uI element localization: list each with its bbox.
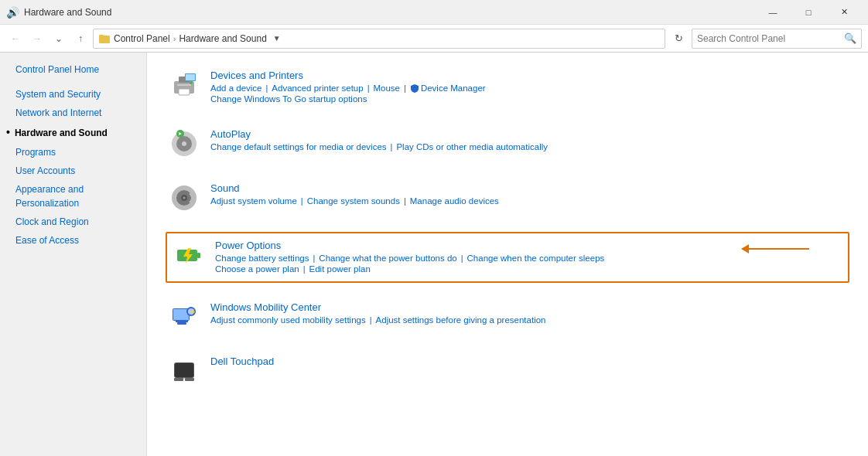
svg-rect-23 xyxy=(176,321,188,322)
autoplay-links: Change default settings for media or dev… xyxy=(210,142,846,151)
autoplay-icon xyxy=(169,128,200,159)
link-presentation-settings[interactable]: Adjust settings before giving a presenta… xyxy=(376,315,546,325)
search-icon[interactable]: 🔍 xyxy=(844,32,856,44)
sidebar-item-clock-region[interactable]: Clock and Region xyxy=(0,213,146,231)
svg-rect-29 xyxy=(175,363,193,377)
link-windows-to-go[interactable]: Change Windows To Go startup options xyxy=(210,94,367,104)
recent-locations-button[interactable]: ⌄ xyxy=(50,29,68,48)
section-windows-mobility: ⚡ Windows Mobility Center Adjust commonl… xyxy=(166,297,849,337)
sidebar-item-user-accounts[interactable]: User Accounts xyxy=(0,162,146,180)
windows-mobility-icon: ⚡ xyxy=(169,301,200,332)
section-dell-touchpad: Dell Touchpad xyxy=(166,351,849,391)
sidebar: Control Panel Home System and Security N… xyxy=(0,53,147,456)
sidebar-item-appearance[interactable]: Appearance andPersonalization xyxy=(0,180,146,213)
link-advanced-printer[interactable]: Advanced printer setup xyxy=(272,83,363,93)
svg-rect-8 xyxy=(186,74,195,80)
power-options-icon xyxy=(173,240,204,271)
address-dropdown-button[interactable]: ▼ xyxy=(270,29,284,49)
section-autoplay: AutoPlay Change default settings for med… xyxy=(166,124,849,164)
devices-printers-links-2: Change Windows To Go startup options xyxy=(210,94,846,104)
svg-rect-30 xyxy=(174,378,183,381)
svg-rect-22 xyxy=(173,309,189,320)
dell-touchpad-title[interactable]: Dell Touchpad xyxy=(210,356,846,367)
sound-title[interactable]: Sound xyxy=(210,182,846,194)
devices-printers-links-1: Add a device | Advanced printer setup | … xyxy=(210,83,846,93)
forward-button[interactable]: → xyxy=(28,29,46,48)
sidebar-item-hardware-sound[interactable]: Hardware and Sound xyxy=(0,122,146,143)
dell-touchpad-content: Dell Touchpad xyxy=(210,356,846,386)
windows-mobility-title[interactable]: Windows Mobility Center xyxy=(210,301,846,313)
devices-printers-title[interactable]: Devices and Printers xyxy=(210,70,846,81)
folder-icon xyxy=(98,32,111,45)
autoplay-content: AutoPlay Change default settings for med… xyxy=(210,128,846,159)
maximize-button[interactable]: □ xyxy=(791,0,826,25)
sidebar-item-ease-of-access[interactable]: Ease of Access xyxy=(0,231,146,250)
link-default-media[interactable]: Change default settings for media or dev… xyxy=(210,142,387,151)
svg-rect-1 xyxy=(99,35,104,37)
title-bar-left: 🔊 Hardware and Sound xyxy=(6,6,111,19)
minimize-button[interactable]: — xyxy=(755,0,791,25)
shield-icon xyxy=(410,83,419,93)
link-play-cds[interactable]: Play CDs or other media automatically xyxy=(396,142,548,151)
link-power-plan[interactable]: Choose a power plan xyxy=(215,264,299,274)
dell-touchpad-icon xyxy=(169,356,200,386)
sound-links: Adjust system volume | Change system sou… xyxy=(210,196,846,206)
search-input[interactable] xyxy=(697,33,841,44)
breadcrumb-separator-1: › xyxy=(173,34,176,43)
sound-icon xyxy=(169,182,200,213)
svg-point-6 xyxy=(190,81,193,84)
section-devices-printers: Devices and Printers Add a device | Adva… xyxy=(166,65,849,110)
breadcrumb-control-panel[interactable]: Control Panel xyxy=(114,33,170,44)
link-computer-sleeps[interactable]: Change when the computer sleeps xyxy=(467,254,605,263)
link-system-sounds[interactable]: Change system sounds xyxy=(307,196,400,206)
svg-rect-31 xyxy=(185,378,194,381)
link-device-manager[interactable]: Device Manager xyxy=(421,83,486,93)
section-power-options: Power Options Change battery settings | … xyxy=(166,232,849,283)
power-options-links-1: Change battery settings | Change what th… xyxy=(215,254,842,263)
section-sound: Sound Adjust system volume | Change syst… xyxy=(166,178,849,218)
title-bar: 🔊 Hardware and Sound — □ ✕ xyxy=(0,0,868,25)
search-box: 🔍 xyxy=(692,29,862,49)
svg-rect-5 xyxy=(179,89,190,95)
address-bar: ← → ⌄ ↑ Control Panel › Hardware and Sou… xyxy=(0,25,868,53)
sidebar-item-control-panel-home[interactable]: Control Panel Home xyxy=(0,60,146,79)
breadcrumb-hardware-sound[interactable]: Hardware and Sound xyxy=(179,33,266,44)
svg-rect-19 xyxy=(197,253,200,258)
sidebar-item-programs[interactable]: Programs xyxy=(0,143,146,162)
close-button[interactable]: ✕ xyxy=(826,0,862,25)
address-path: Control Panel › Hardware and Sound ▼ xyxy=(93,29,665,49)
link-battery-settings[interactable]: Change battery settings xyxy=(215,254,309,263)
back-button[interactable]: ← xyxy=(6,29,25,48)
devices-printers-icon xyxy=(169,70,200,100)
link-manage-audio[interactable]: Manage audio devices xyxy=(410,196,499,206)
link-add-device[interactable]: Add a device xyxy=(210,83,262,93)
svg-rect-3 xyxy=(177,84,191,86)
arrow-line xyxy=(747,248,809,250)
svg-text:⚡: ⚡ xyxy=(190,308,196,315)
refresh-button[interactable]: ↻ xyxy=(668,29,689,49)
windows-mobility-content: Windows Mobility Center Adjust commonly … xyxy=(210,301,846,332)
link-mobility-settings[interactable]: Adjust commonly used mobility settings xyxy=(210,315,366,325)
svg-point-11 xyxy=(182,141,186,146)
link-power-buttons[interactable]: Change what the power buttons do xyxy=(319,254,456,263)
up-button[interactable]: ↑ xyxy=(71,29,90,48)
link-edit-power-plan[interactable]: Edit power plan xyxy=(309,264,371,274)
sound-content: Sound Adjust system volume | Change syst… xyxy=(210,182,846,213)
content-area: Devices and Printers Add a device | Adva… xyxy=(147,53,868,456)
autoplay-title[interactable]: AutoPlay xyxy=(210,128,846,140)
power-options-links-2: Choose a power plan | Edit power plan xyxy=(215,264,842,274)
svg-point-17 xyxy=(183,197,186,199)
title-bar-controls: — □ ✕ xyxy=(755,0,862,25)
app-icon: 🔊 xyxy=(6,6,19,19)
sidebar-item-network-internet[interactable]: Network and Internet xyxy=(0,104,146,122)
main-container: Control Panel Home System and Security N… xyxy=(0,53,868,456)
link-adjust-volume[interactable]: Adjust system volume xyxy=(210,196,297,206)
arrow-annotation xyxy=(741,244,809,254)
windows-mobility-links: Adjust commonly used mobility settings |… xyxy=(210,315,846,325)
link-mouse[interactable]: Mouse xyxy=(374,83,401,93)
devices-printers-content: Devices and Printers Add a device | Adva… xyxy=(210,70,846,105)
sidebar-item-system-security[interactable]: System and Security xyxy=(0,85,146,104)
svg-rect-24 xyxy=(177,322,186,325)
window-title: Hardware and Sound xyxy=(24,7,111,18)
